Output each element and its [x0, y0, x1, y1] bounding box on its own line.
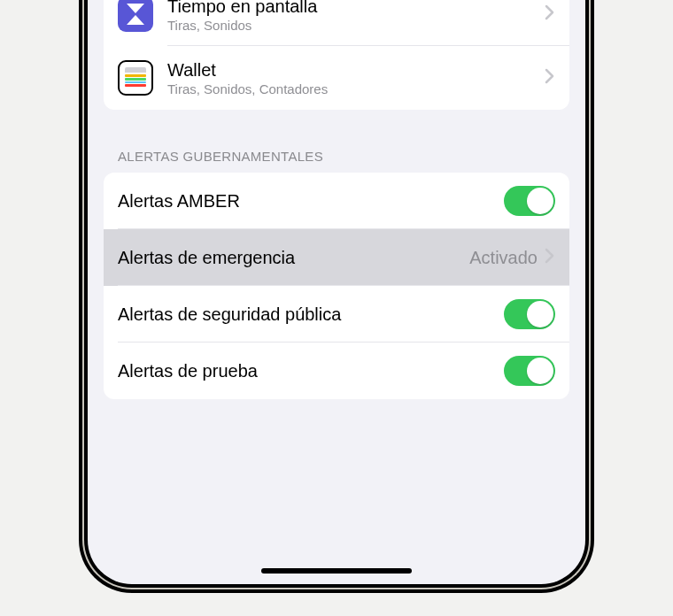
row-amber-alerts: Alertas AMBER — [104, 173, 569, 229]
row-label: Alertas AMBER — [118, 190, 504, 212]
chevron-right-icon — [545, 248, 555, 267]
wallet-icon — [118, 60, 153, 96]
row-subtitle: Tiras, Sonidos — [167, 18, 538, 33]
row-title: Wallet — [167, 59, 538, 81]
government-alerts-group: Alertas AMBER Alertas de emergencia Acti… — [104, 173, 569, 399]
settings-row-screentime[interactable]: Tiempo en pantalla Tiras, Sonidos — [104, 0, 569, 46]
row-value: Activado — [469, 248, 538, 268]
row-label: Alertas de prueba — [118, 360, 504, 381]
section-header-government-alerts: ALERTAS GUBERNAMENTALES — [118, 149, 555, 164]
row-subtitle: Tiras, Sonidos, Contadores — [167, 81, 538, 96]
phone-frame: Tiempo en pantalla Tiras, Sonidos — [79, 0, 594, 593]
notifications-app-group: Tiempo en pantalla Tiras, Sonidos — [104, 0, 569, 110]
toggle-amber-alerts[interactable] — [504, 186, 555, 216]
toggle-public-safety-alerts[interactable] — [504, 299, 555, 329]
row-title: Tiempo en pantalla — [167, 0, 538, 17]
row-emergency-alerts[interactable]: Alertas de emergencia Activado — [104, 229, 569, 286]
settings-row-wallet[interactable]: Wallet Tiras, Sonidos, Contadores — [104, 46, 569, 110]
row-text: Wallet Tiras, Sonidos, Contadores — [167, 59, 538, 96]
row-test-alerts: Alertas de prueba — [104, 343, 569, 399]
row-label: Alertas de emergencia — [118, 247, 462, 268]
toggle-test-alerts[interactable] — [504, 356, 555, 386]
screentime-icon — [118, 0, 153, 32]
chevron-right-icon — [545, 4, 555, 24]
chevron-right-icon — [545, 68, 555, 88]
settings-screen: Tiempo en pantalla Tiras, Sonidos — [88, 0, 585, 584]
row-label: Alertas de seguridad pública — [118, 304, 504, 325]
row-public-safety-alerts: Alertas de seguridad pública — [104, 286, 569, 343]
row-text: Tiempo en pantalla Tiras, Sonidos — [167, 0, 538, 33]
home-indicator[interactable] — [261, 568, 412, 574]
